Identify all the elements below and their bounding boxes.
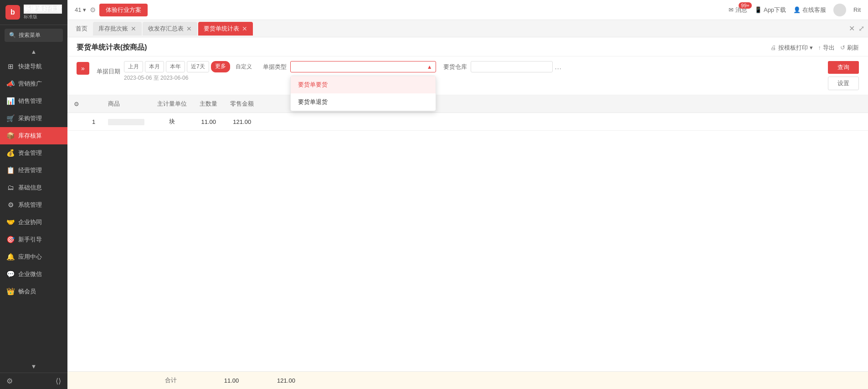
tab-home[interactable]: 首页 [71, 25, 92, 33]
sidebar-item-system[interactable]: ⚙ 系统管理 [0, 196, 67, 214]
sidebar-item-basic[interactable]: 🗂 基础信息 [0, 179, 67, 196]
app-label: App下载 [764, 6, 786, 14]
sidebar-item-label: 企业协同 [18, 218, 42, 226]
main-area: 41 ▾ ⚙ 体验行业方案 ✉ 消息 99+ 📱 App下载 👤 在线客服 Ri… [67, 0, 868, 389]
page-title: 要货单统计表(按商品) [77, 43, 147, 52]
sidebar-item-label: 营销推广 [18, 80, 42, 88]
last-7days-btn[interactable]: 近7天 [187, 61, 209, 72]
wechat-icon: 💬 [6, 270, 15, 278]
sidebar: b 畅捷通好生意 标准版 🔍 搜索菜单 ▲ ⊞ 快捷导航 📣 营销推广 📊 销售… [0, 0, 67, 389]
dropdown-item-order-return[interactable]: 要货单退货 [291, 93, 436, 111]
topbar-right: ✉ 消息 99+ 📱 App下载 👤 在线客服 Rit [729, 4, 861, 16]
filter-settings-btn[interactable]: 设置 [828, 77, 859, 90]
col-goods: 商品 [102, 95, 151, 113]
collapse-icon[interactable]: ⟨⟩ [56, 377, 61, 385]
sidebar-item-guide[interactable]: 🎯 新手引导 [0, 231, 67, 248]
page-content: 要货单统计表(按商品) 🖨 按模板打印 ▾ ↑ 导出 ↺ 刷新 [67, 37, 868, 389]
sidebar-item-marketing[interactable]: 📣 营销推广 [0, 75, 67, 92]
sidebar-nav: ⊞ 快捷导航 📣 营销推广 📊 销售管理 🛒 采购管理 📦 库存核算 💰 资金管… [0, 58, 67, 360]
cell-goods [102, 113, 151, 131]
tab-collect-summary[interactable]: 收发存汇总表 ✕ [143, 22, 197, 36]
cell-amount: 121.00 [224, 113, 260, 131]
store-selector[interactable]: 41 ▾ [75, 6, 86, 13]
this-month-btn[interactable]: 本月 [145, 61, 164, 72]
warehouse-label: 要货仓库 [443, 63, 467, 71]
custom-date-btn[interactable]: 自定义 [232, 61, 256, 72]
warehouse-filter-section: 要货仓库 … [443, 61, 562, 72]
sidebar-scroll-up[interactable]: ▲ [0, 46, 67, 58]
warehouse-more-icon[interactable]: … [555, 63, 562, 71]
warehouse-input-wrap: … [471, 61, 562, 72]
sidebar-item-sales[interactable]: 📊 销售管理 [0, 92, 67, 110]
refresh-icon: ↺ [840, 44, 845, 51]
sidebar-scroll-down[interactable]: ▼ [0, 360, 67, 373]
sidebar-item-finance[interactable]: 💰 资金管理 [0, 144, 67, 162]
sidebar-item-inventory[interactable]: 📦 库存核算 [0, 127, 67, 144]
sidebar-item-label: 基础信息 [18, 184, 42, 192]
search-menu-button[interactable]: 🔍 搜索菜单 [5, 29, 63, 42]
footer-total-amount: 121.00 [259, 377, 313, 384]
tab-expand-icon[interactable]: ⤢ [858, 24, 864, 33]
store-number: 41 [75, 6, 81, 13]
date-filter-section: 单据日期 上月 本月 本年 近7天 更多 自定义 2023-05-06 至 20… [97, 61, 256, 82]
chevron-up-icon: ▲ [31, 48, 37, 55]
sidebar-item-enterprise[interactable]: 🤝 企业协同 [0, 214, 67, 231]
page-actions: 🖨 按模板打印 ▾ ↑ 导出 ↺ 刷新 [770, 44, 859, 52]
tab-inventory-batch[interactable]: 库存批次账 ✕ [93, 22, 142, 36]
settings-icon[interactable]: ⚙ [6, 377, 13, 385]
type-input[interactable] [290, 61, 436, 72]
service-label: 在线客服 [802, 6, 826, 14]
sidebar-item-business[interactable]: 📋 经营管理 [0, 162, 67, 179]
app-name: 畅捷通好生意 [24, 5, 62, 14]
data-table: ⚙ 商品 主计量单位 主数量 零售金额 1 [67, 95, 868, 131]
type-dropdown-arrow[interactable]: ▲ [427, 64, 432, 70]
trial-btn[interactable]: 体验行业方案 [99, 4, 148, 16]
table-footer: 合计 11.00 121.00 [67, 371, 868, 389]
username-label[interactable]: Rit [853, 6, 861, 13]
app-version: 标准版 [24, 14, 62, 20]
topbar-gear-icon[interactable]: ⚙ [90, 6, 96, 14]
topbar-left: 41 ▾ ⚙ 体验行业方案 [75, 4, 724, 16]
sidebar-item-appstore[interactable]: 🔔 应用中心 [0, 248, 67, 266]
sidebar-logo: b 畅捷通好生意 标准版 [0, 0, 67, 25]
tab-close-icon[interactable]: ✕ [186, 25, 192, 32]
print-btn[interactable]: 🖨 按模板打印 ▾ [770, 44, 813, 52]
data-table-wrap: ⚙ 商品 主计量单位 主数量 零售金额 1 [67, 95, 868, 371]
sidebar-item-purchase[interactable]: 🛒 采购管理 [0, 110, 67, 127]
col-unit: 主计量单位 [151, 95, 193, 113]
guide-icon: 🎯 [6, 235, 15, 244]
tab-close-icon[interactable]: ✕ [242, 25, 247, 32]
sidebar-item-quick-nav[interactable]: ⊞ 快捷导航 [0, 58, 67, 75]
message-btn[interactable]: ✉ 消息 99+ [729, 6, 747, 14]
user-avatar[interactable] [833, 4, 846, 16]
last-month-btn[interactable]: 上月 [124, 61, 143, 72]
tab-label: 库存批次账 [98, 25, 128, 33]
dropdown-item-order-goods[interactable]: 要货单要货 [291, 76, 436, 93]
more-dates-btn[interactable]: 更多 [211, 61, 230, 72]
sidebar-item-wechat[interactable]: 💬 企业微信 [0, 266, 67, 283]
query-btn[interactable]: 查询 [828, 61, 859, 74]
print-icon: 🖨 [770, 44, 776, 51]
service-btn[interactable]: 👤 在线客服 [793, 6, 826, 14]
tab-close-icon[interactable]: ✕ [131, 25, 136, 32]
tab-order-stats[interactable]: 要货单统计表 ✕ [198, 22, 253, 36]
footer-total-qty: 11.00 [204, 377, 259, 384]
app-download-btn[interactable]: 📱 App下载 [755, 6, 786, 14]
sidebar-item-label: 新手引导 [18, 235, 42, 244]
app-logo-icon: b [5, 5, 20, 20]
expand-icon: » [81, 65, 85, 72]
warehouse-input[interactable] [471, 61, 553, 72]
sidebar-item-member[interactable]: 👑 畅会员 [0, 283, 67, 300]
cell-qty: 11.00 [193, 113, 224, 131]
chevron-down-icon: ▼ [31, 363, 37, 370]
goods-name-placeholder [108, 119, 144, 125]
tab-close-all-icon[interactable]: ✕ [849, 24, 855, 33]
col-settings[interactable]: ⚙ [67, 95, 86, 113]
refresh-btn[interactable]: ↺ 刷新 [840, 44, 859, 52]
col-index [86, 95, 102, 113]
filter-expand-btn[interactable]: » [77, 62, 89, 75]
this-year-btn[interactable]: 本年 [166, 61, 185, 72]
sidebar-item-label: 采购管理 [18, 114, 42, 123]
export-btn[interactable]: ↑ 导出 [818, 44, 835, 52]
search-menu-label: 搜索菜单 [19, 31, 41, 39]
